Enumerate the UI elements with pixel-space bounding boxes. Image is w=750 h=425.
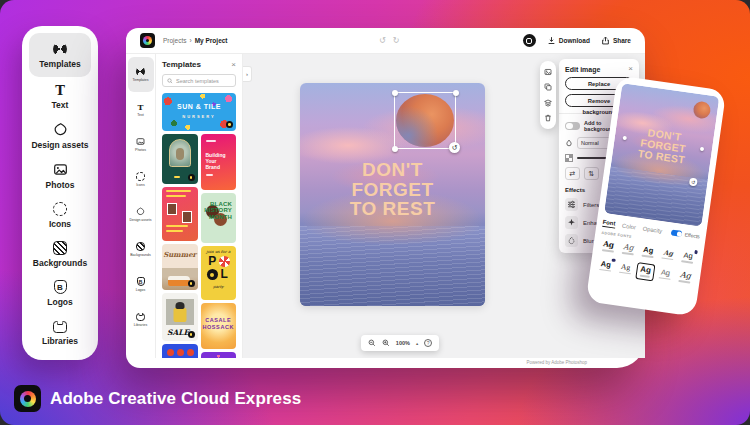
- sun-graphic: [396, 94, 454, 147]
- photos-icon: [136, 137, 145, 146]
- rail-label: Text: [137, 113, 143, 117]
- app-window: Projects › My Project ↺ ↻ Download Share: [126, 28, 645, 368]
- template-script: party: [201, 284, 237, 289]
- font-name-bar: [641, 255, 653, 258]
- poster-text[interactable]: DON'T FORGET TO REST: [300, 160, 485, 219]
- effect-label: Filters: [583, 202, 599, 208]
- rail-item-backgrounds[interactable]: Backgrounds: [128, 232, 154, 267]
- account-avatar[interactable]: [523, 34, 536, 47]
- rail-label: Design assets: [130, 218, 152, 222]
- close-icon[interactable]: ×: [628, 65, 633, 73]
- caret-up-icon: ▴: [416, 341, 418, 346]
- help-button[interactable]: ?: [424, 339, 432, 347]
- rail-label: Logos: [136, 288, 146, 292]
- van-illustration: [168, 276, 190, 286]
- sidebar-item-libraries[interactable]: Libraries: [29, 314, 91, 353]
- download-button[interactable]: Download: [547, 36, 590, 45]
- backgrounds-icon: [53, 241, 67, 255]
- sidebar-item-logos[interactable]: B Logos: [29, 274, 91, 313]
- template-search[interactable]: [162, 74, 236, 87]
- phone-design-preview[interactable]: DON'T FORGET TO REST ↺: [604, 83, 719, 226]
- flip-vertical-button[interactable]: ⇅: [584, 167, 599, 180]
- sidebar-item-templates[interactable]: Templates: [29, 33, 91, 77]
- template-title: Building Your Brand: [206, 152, 221, 171]
- rail-item-text[interactable]: T Text: [128, 92, 154, 127]
- creative-cloud-logo[interactable]: [140, 33, 155, 48]
- sidebar-item-design-assets[interactable]: Design assets: [29, 117, 91, 156]
- template-card-brand[interactable]: Building Your Brand: [201, 134, 237, 190]
- premium-badge-icon: [694, 250, 698, 254]
- rail-item-icons[interactable]: Icons: [128, 162, 154, 197]
- effects-toggle[interactable]: [671, 229, 683, 237]
- sidebar-item-icons[interactable]: Icons: [29, 195, 91, 234]
- text-bar: [174, 176, 180, 178]
- libraries-icon: [53, 321, 67, 333]
- design-canvas[interactable]: DON'T FORGET TO REST ↺: [300, 83, 485, 306]
- template-photo: [169, 139, 191, 167]
- font-tile-selected[interactable]: Ag: [636, 262, 656, 281]
- tab-color[interactable]: Color: [622, 223, 637, 231]
- redo-icon[interactable]: ↻: [393, 36, 400, 45]
- rail-label: Icons: [136, 183, 144, 187]
- sidebar-item-photos[interactable]: Photos: [29, 156, 91, 195]
- template-card-dog[interactable]: [162, 134, 198, 184]
- selected-sun-element[interactable]: ↺: [394, 92, 456, 149]
- font-name-bar: [601, 249, 613, 252]
- font-tile[interactable]: Ag: [658, 245, 678, 264]
- avatar-glyph-icon: [526, 38, 532, 44]
- rail-item-libraries[interactable]: Libraries: [128, 302, 154, 337]
- template-card-dots[interactable]: [162, 344, 198, 358]
- font-tile[interactable]: Ag: [616, 259, 636, 278]
- close-icon[interactable]: ×: [231, 61, 236, 69]
- tab-font[interactable]: Font: [602, 219, 616, 229]
- rail-item-templates[interactable]: Templates: [128, 57, 154, 92]
- trash-icon[interactable]: [544, 114, 552, 122]
- template-card-sun-tile[interactable]: SUN & TILE NURSERY: [162, 93, 236, 131]
- panel-collapse-button[interactable]: ›: [243, 66, 252, 82]
- template-card-young-at-heart[interactable]: YOUNG AT HEART: [201, 352, 237, 358]
- font-tile[interactable]: Ag: [655, 264, 675, 283]
- zoom-level[interactable]: 100%: [396, 340, 410, 346]
- rail-item-photos[interactable]: Photos: [128, 127, 154, 162]
- selection-handle[interactable]: [453, 90, 459, 96]
- powered-by-note: Powered by Adobe Photoshop: [526, 360, 587, 365]
- template-card-casale[interactable]: CASALE HOSSACK: [201, 303, 237, 349]
- text-bar: [166, 190, 191, 192]
- share-button[interactable]: Share: [601, 36, 631, 45]
- rotate-icon: ↺: [452, 144, 458, 152]
- font-tile[interactable]: Ag: [598, 237, 618, 256]
- rail-item-logos[interactable]: B Logos: [128, 267, 154, 302]
- tab-opacity[interactable]: Opacity: [642, 226, 662, 235]
- font-tile[interactable]: Ag: [638, 242, 658, 261]
- add-to-background-toggle[interactable]: [565, 122, 580, 131]
- font-tile[interactable]: Ag: [618, 240, 638, 259]
- font-tile[interactable]: Ag: [675, 267, 695, 286]
- selection-handle[interactable]: [392, 90, 398, 96]
- search-input[interactable]: [176, 78, 231, 84]
- duplicate-icon[interactable]: [544, 83, 552, 91]
- template-card-sale[interactable]: SALE: [162, 293, 198, 341]
- templates-panel: Templates × SUN & TILE NURSERY: [156, 54, 243, 358]
- template-card-pool-party[interactable]: join us for a P L party: [201, 246, 237, 300]
- font-tile[interactable]: Ag: [678, 248, 698, 267]
- zoom-out-button[interactable]: [368, 339, 376, 347]
- template-card-summer[interactable]: Summer: [162, 244, 198, 290]
- undo-icon[interactable]: ↺: [379, 36, 386, 45]
- layers-icon[interactable]: [544, 99, 552, 107]
- rotate-handle[interactable]: ↺: [449, 142, 460, 153]
- template-card-black-history-month[interactable]: BLACK HISTORY MONTH: [201, 193, 237, 243]
- template-card-collage[interactable]: [162, 187, 198, 241]
- font-name-bar: [681, 260, 693, 263]
- sidebar-item-text[interactable]: T Text: [29, 77, 91, 116]
- font-tile[interactable]: Ag: [596, 256, 616, 275]
- flip-horizontal-button[interactable]: ⇄: [565, 167, 580, 180]
- replace-image-icon[interactable]: [544, 68, 552, 76]
- rail-item-design-assets[interactable]: Design assets: [128, 197, 154, 232]
- breadcrumb-projects[interactable]: Projects: [163, 37, 186, 44]
- effects-toggle-label: Effects: [684, 231, 700, 239]
- sidebar-item-backgrounds[interactable]: Backgrounds: [29, 235, 91, 274]
- selection-handle[interactable]: [392, 146, 398, 152]
- zoom-in-button[interactable]: [382, 339, 390, 347]
- rail-label: Photos: [135, 148, 146, 152]
- templates-panel-title: Templates: [162, 60, 201, 69]
